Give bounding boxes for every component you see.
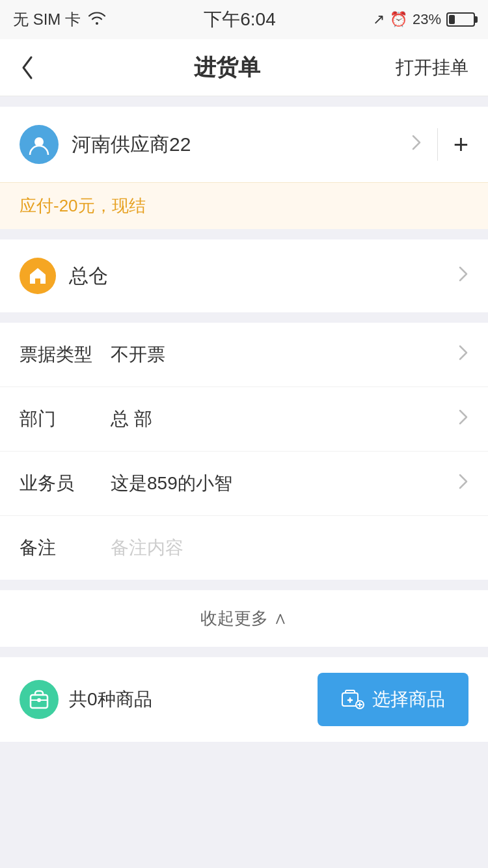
salesperson-value: 这是859的小智 xyxy=(111,471,458,496)
invoice-type-label: 票据类型 xyxy=(20,342,111,367)
remark-label: 备注 xyxy=(20,536,111,560)
department-row[interactable]: 部门 总 部 xyxy=(0,387,488,452)
salesperson-row[interactable]: 业务员 这是859的小智 xyxy=(0,452,488,516)
remark-row[interactable]: 备注 备注内容 xyxy=(0,516,488,580)
notice-bar: 应付-20元，现结 xyxy=(0,182,488,229)
wifi-icon xyxy=(87,10,107,29)
form-section: 票据类型 不开票 部门 总 部 业务员 这是859的小智 备注 备注内容 xyxy=(0,323,488,580)
status-time: 下午6:04 xyxy=(204,7,276,32)
invoice-type-value: 不开票 xyxy=(111,342,458,367)
department-label: 部门 xyxy=(20,407,111,431)
status-bar: 无 SIM 卡 下午6:04 ↗ ⏰ 23% xyxy=(0,0,488,39)
salesperson-label: 业务员 xyxy=(20,471,111,496)
collapse-label: 收起更多 ∧ xyxy=(200,608,287,628)
select-product-label: 选择商品 xyxy=(372,687,445,712)
supplier-row[interactable]: 河南供应商22 + xyxy=(0,107,488,182)
carrier-label: 无 SIM 卡 xyxy=(13,9,81,30)
add-supplier-button[interactable]: + xyxy=(454,131,468,157)
warehouse-name: 总仓 xyxy=(69,263,458,290)
warehouse-chevron-icon xyxy=(458,265,468,287)
warehouse-section: 总仓 xyxy=(0,239,488,312)
department-chevron-icon xyxy=(458,409,468,430)
back-button[interactable] xyxy=(20,55,59,81)
collapse-button[interactable]: 收起更多 ∧ xyxy=(0,590,488,647)
product-count-wrap: 共0种商品 xyxy=(20,680,152,719)
battery-percent: 23% xyxy=(413,11,441,28)
select-product-button[interactable]: 选择商品 xyxy=(318,673,468,726)
supplier-name: 河南供应商22 xyxy=(72,131,411,158)
invoice-type-row[interactable]: 票据类型 不开票 xyxy=(0,323,488,387)
salesperson-chevron-icon xyxy=(458,473,468,495)
invoice-type-chevron-icon xyxy=(458,344,468,366)
location-icon: ↗ xyxy=(373,11,385,28)
svg-point-2 xyxy=(37,698,41,702)
open-pending-button[interactable]: 打开挂单 xyxy=(396,55,468,80)
status-left: 无 SIM 卡 xyxy=(13,9,107,30)
product-count-text: 共0种商品 xyxy=(69,687,152,712)
status-right: ↗ ⏰ 23% xyxy=(373,11,475,28)
remark-placeholder: 备注内容 xyxy=(111,536,468,560)
product-icon xyxy=(20,680,59,719)
section-gap-1 xyxy=(0,96,488,107)
vertical-divider xyxy=(437,128,438,161)
supplier-section: 河南供应商22 + 应付-20元，现结 xyxy=(0,107,488,229)
warehouse-icon xyxy=(20,258,56,294)
bottom-bar: 共0种商品 选择商品 xyxy=(0,657,488,742)
supplier-avatar xyxy=(20,125,59,164)
page-title: 进货单 xyxy=(194,53,260,83)
battery-icon xyxy=(446,12,475,27)
notice-text: 应付-20元，现结 xyxy=(20,196,146,215)
page-background xyxy=(0,742,488,868)
supplier-chevron-icon xyxy=(411,134,422,156)
department-value: 总 部 xyxy=(111,407,458,431)
alarm-icon: ⏰ xyxy=(390,11,407,28)
warehouse-row[interactable]: 总仓 xyxy=(0,239,488,312)
nav-bar: 进货单 打开挂单 xyxy=(0,39,488,96)
